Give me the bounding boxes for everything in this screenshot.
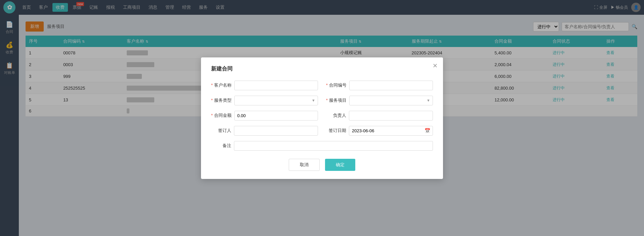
service-item-wrapper: ▼ [349,96,433,105]
service-type-select[interactable] [234,96,318,105]
service-item-group: 服务项目 ▼ [326,96,433,105]
calendar-icon[interactable]: 📅 [425,128,430,133]
client-name-input[interactable] [234,81,318,90]
modal-overlay: ✕ 新建合同 客户名称 合同编号 服务类型 ▼ 服务项目 [0,0,644,236]
cancel-button[interactable]: 取消 [289,159,320,171]
remark-label: 备注 [211,143,231,149]
sign-date-input[interactable] [349,126,433,136]
modal-title: 新建合同 [211,65,433,73]
confirm-button[interactable]: 确定 [325,159,355,171]
signer-input[interactable] [234,126,318,136]
contract-no-label: 合同编号 [326,82,347,88]
modal-form: 客户名称 合同编号 服务类型 ▼ 服务项目 ▼ [211,81,433,151]
contract-no-input[interactable] [349,81,433,90]
sign-date-group: 签订日期 📅 [326,126,433,136]
new-contract-modal: ✕ 新建合同 客户名称 合同编号 服务类型 ▼ 服务项目 [201,57,443,179]
client-name-group: 客户名称 [211,81,318,90]
signer-group: 签订人 [211,126,318,136]
responsible-input[interactable] [349,111,433,121]
service-item-select[interactable] [349,96,433,105]
remark-input[interactable] [234,141,433,151]
service-type-label: 服务类型 [211,97,232,103]
client-label: 客户名称 [211,82,232,88]
sign-date-label: 签订日期 [326,128,346,134]
remark-group: 备注 [211,141,433,151]
contract-no-group: 合同编号 [326,81,433,90]
service-type-group: 服务类型 ▼ [211,96,318,105]
responsible-group: 负责人 [326,111,433,121]
sign-date-wrapper: 📅 [349,126,433,136]
amount-group: 合同金额 [211,111,318,121]
amount-label: 合同金额 [211,112,232,119]
service-type-wrapper: ▼ [234,96,318,105]
modal-close-button[interactable]: ✕ [433,62,438,69]
responsible-label: 负责人 [326,112,346,119]
amount-input[interactable] [234,111,318,121]
modal-footer: 取消 确定 [211,159,433,171]
signer-label: 签订人 [211,128,231,134]
service-item-label: 服务项目 [326,97,347,103]
